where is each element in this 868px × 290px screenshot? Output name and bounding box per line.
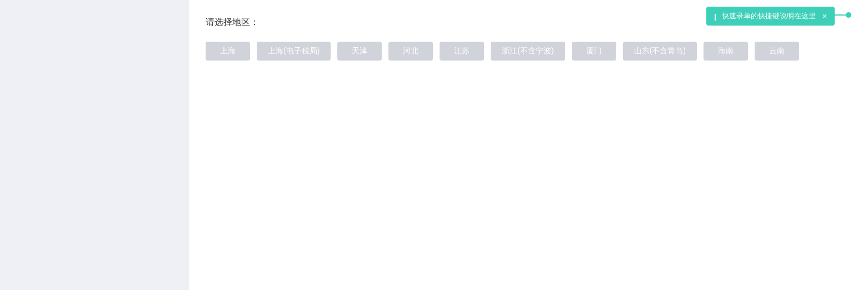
tooltip-text: 快速录单的快捷键说明在这里 — [722, 11, 816, 21]
region-btn-shanghai[interactable]: 上海 — [206, 42, 250, 61]
region-btn-shanghai-etax[interactable]: 上海(电子税局) — [257, 42, 331, 61]
tooltip-close-button[interactable]: × — [822, 12, 827, 21]
tooltip-connector-line — [834, 14, 847, 16]
region-btn-tianjin[interactable]: 天津 — [337, 42, 382, 61]
region-btn-xiamen[interactable]: 厦门 — [572, 42, 616, 61]
tooltip-dot-indicator — [846, 12, 851, 18]
region-btn-hebei[interactable]: 河北 — [388, 42, 433, 61]
region-btn-jiangsu[interactable]: 江苏 — [440, 42, 484, 61]
sidebar — [0, 0, 189, 290]
region-buttons-container: 上海上海(电子税局)天津河北江苏浙江(不含宁波)厦门山东(不含青岛)海南云南 — [206, 42, 851, 61]
region-btn-zhejiang[interactable]: 浙江(不含宁波) — [491, 42, 565, 61]
main-content: 请选择地区： 上海上海(电子税局)天津河北江苏浙江(不含宁波)厦门山东(不含青岛… — [189, 0, 868, 290]
tooltip-banner: 快速录单的快捷键说明在这里 × — [706, 7, 835, 26]
region-btn-yunnan[interactable]: 云南 — [755, 42, 799, 61]
region-btn-hainan[interactable]: 海南 — [704, 42, 748, 61]
region-btn-shandong[interactable]: 山东(不含青岛) — [623, 42, 697, 61]
